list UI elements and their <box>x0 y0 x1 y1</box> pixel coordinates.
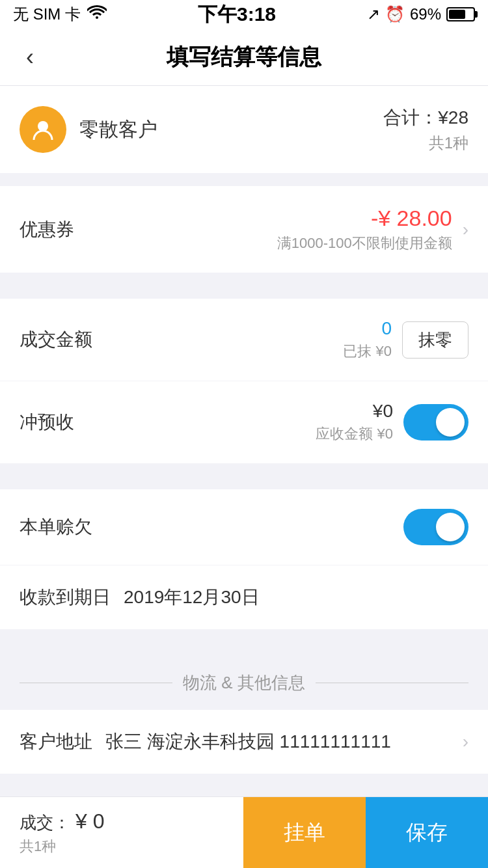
battery-percent: 69% <box>410 5 441 23</box>
wifi-icon <box>87 5 107 23</box>
coupon-discount: -¥ 28.00 <box>277 206 452 231</box>
bottom-deal-amount: ¥ 0 <box>75 809 104 834</box>
address-chevron-icon: › <box>463 731 468 752</box>
save-button[interactable]: 保存 <box>366 797 488 869</box>
deal-amount-right: 0 已抹 ¥0 抹零 <box>343 318 468 361</box>
section-divider-2 <box>0 476 488 489</box>
coupon-sub: 满1000-100不限制使用金额 <box>277 234 452 253</box>
bottom-count: 共1种 <box>20 837 224 856</box>
prepayment-label: 冲预收 <box>20 410 74 435</box>
prepayment-value-wrap: ¥0 应收金额 ¥0 <box>316 401 393 444</box>
section-divider-1 <box>0 286 488 299</box>
bottom-deal-label: 成交： <box>20 811 70 834</box>
deal-amount-label: 成交金额 <box>20 327 92 352</box>
no-sim-text: 无 SIM 卡 <box>13 4 81 25</box>
prepayment-value: ¥0 <box>316 401 393 422</box>
total-count: 共1种 <box>383 133 468 154</box>
total-amount: 合计：¥28 <box>383 105 468 130</box>
deal-amount-row: 成交金额 0 已抹 ¥0 抹零 <box>0 299 488 381</box>
coupon-value-wrap: -¥ 28.00 满1000-100不限制使用金额 <box>277 206 452 253</box>
customer-right: 合计：¥28 共1种 <box>383 105 468 154</box>
avatar <box>20 106 66 153</box>
status-bar: 无 SIM 卡 下午3:18 ↗ ⏰ 69% <box>0 0 488 29</box>
arrears-toggle[interactable] <box>403 509 468 545</box>
prepayment-row: 冲预收 ¥0 应收金额 ¥0 <box>0 381 488 463</box>
prepayment-toggle[interactable] <box>403 404 468 441</box>
coupon-label: 优惠券 <box>20 217 74 242</box>
alarm-icon: ⏰ <box>385 5 405 23</box>
bottom-bar: 成交： ¥ 0 共1种 挂单 保存 <box>0 796 488 868</box>
back-button[interactable]: ‹ <box>20 37 40 77</box>
coupon-chevron-icon: › <box>463 219 468 240</box>
due-date-row[interactable]: 收款到期日 2019年12月30日 <box>0 565 488 630</box>
main-content: 零散客户 合计：¥28 共1种 优惠券 -¥ 28.00 满1000-100不限… <box>0 86 488 865</box>
arrears-row: 本单赊欠 <box>0 489 488 565</box>
arrears-card: 本单赊欠 收款到期日 2019年12月30日 <box>0 489 488 630</box>
coupon-right: -¥ 28.00 满1000-100不限制使用金额 › <box>277 206 468 253</box>
logistics-line-right <box>316 683 468 683</box>
status-time: 下午3:18 <box>198 1 276 28</box>
address-value: 张三 海淀永丰科技园 11111111111 <box>105 729 463 754</box>
logistics-text: 物流 & 其他信息 <box>183 671 305 694</box>
customer-row: 零散客户 合计：¥28 共1种 <box>0 86 488 173</box>
arrears-label: 本单赊欠 <box>20 515 92 539</box>
transaction-card: 成交金额 0 已抹 ¥0 抹零 冲预收 ¥0 应收金额 ¥0 <box>0 299 488 463</box>
status-right: ↗ ⏰ 69% <box>367 5 475 23</box>
coupon-card: 优惠券 -¥ 28.00 满1000-100不限制使用金额 › <box>0 186 488 273</box>
arrears-right <box>403 509 468 545</box>
status-left: 无 SIM 卡 <box>13 4 107 25</box>
customer-name: 零散客户 <box>79 116 157 143</box>
address-label: 客户地址 <box>20 729 92 754</box>
customer-left: 零散客户 <box>20 106 157 153</box>
section-divider-3 <box>0 643 488 656</box>
bottom-deal: 成交： ¥ 0 <box>20 809 224 834</box>
deal-amount-value[interactable]: 0 <box>343 318 392 339</box>
location-icon: ↗ <box>367 5 380 23</box>
nav-bar: ‹ 填写结算等信息 <box>0 29 488 86</box>
address-row[interactable]: 客户地址 张三 海淀永丰科技园 11111111111 › <box>0 710 488 774</box>
bottom-info: 成交： ¥ 0 共1种 <box>0 809 243 856</box>
prepayment-sub: 应收金额 ¥0 <box>316 424 393 444</box>
due-date-label: 收款到期日 <box>20 585 111 610</box>
round-zero-button[interactable]: 抹零 <box>402 321 468 359</box>
logistics-line-left <box>20 683 172 683</box>
prepayment-right: ¥0 应收金额 ¥0 <box>316 401 468 444</box>
due-date-value: 2019年12月30日 <box>124 585 260 610</box>
deal-amount-sub: 已抹 ¥0 <box>343 342 392 361</box>
deal-amount-value-wrap: 0 已抹 ¥0 <box>343 318 392 361</box>
battery-icon <box>446 7 475 21</box>
page-title: 填写结算等信息 <box>167 42 321 72</box>
coupon-row[interactable]: 优惠券 -¥ 28.00 满1000-100不限制使用金额 › <box>0 186 488 273</box>
hang-button[interactable]: 挂单 <box>243 797 366 869</box>
logistics-header: 物流 & 其他信息 <box>0 656 488 710</box>
